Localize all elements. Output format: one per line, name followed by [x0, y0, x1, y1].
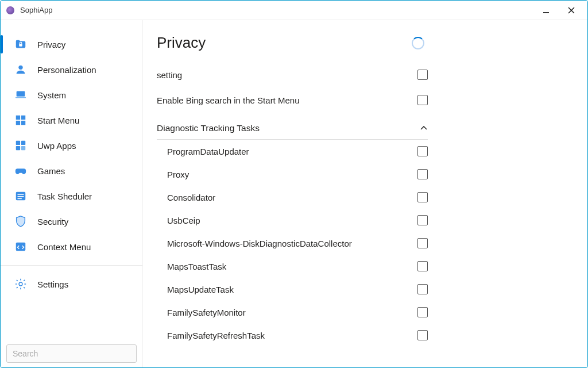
loading-spinner-icon [412, 37, 424, 49]
gamepad-icon [14, 164, 27, 177]
task-row: Proxy [157, 163, 428, 186]
sidebar-item-label: Task Sheduler [37, 191, 92, 201]
chevron-up-icon [420, 124, 428, 132]
sidebar-item-label: Settings [37, 279, 68, 289]
task-label: MapsToastTask [167, 262, 417, 271]
sidebar-item-label: Start Menu [37, 116, 79, 125]
task-label: ProgramDataUpdater [167, 147, 417, 156]
svg-point-2 [18, 66, 22, 70]
right-rail [442, 20, 587, 368]
nav-list: Privacy Personalization System Start Men… [1, 32, 142, 297]
svg-rect-16 [18, 198, 22, 199]
task-row: FamilySafetyRefreshTask [157, 324, 428, 347]
sidebar-item-context-menu[interactable]: Context Menu [1, 234, 142, 259]
svg-rect-6 [21, 116, 25, 120]
task-label: Proxy [167, 170, 417, 179]
task-label: FamilySafetyMonitor [167, 308, 417, 317]
nav-divider [1, 265, 142, 266]
app-icon [6, 6, 14, 14]
checkbox[interactable] [417, 169, 428, 179]
code-window-icon [14, 240, 27, 253]
sidebar-item-label: Games [37, 166, 65, 176]
setting-label: setting [157, 70, 417, 80]
sidebar-item-system[interactable]: System [1, 82, 142, 108]
section-header-diagnostic-tasks[interactable]: Diagnostic Tracking Tasks [157, 113, 428, 140]
svg-point-18 [19, 282, 22, 286]
svg-rect-8 [21, 121, 25, 125]
checkbox[interactable] [417, 95, 428, 105]
setting-label: Enable Bing search in the Start Menu [157, 95, 417, 105]
windows-icon [14, 114, 27, 126]
page-title: Privacy [157, 34, 412, 52]
task-label: Consolidator [167, 193, 417, 202]
checkbox[interactable] [417, 146, 428, 156]
task-row: Microsoft-Windows-DiskDiagnosticDataColl… [157, 232, 428, 255]
sidebar-item-games[interactable]: Games [1, 158, 142, 183]
checkbox[interactable] [417, 261, 428, 271]
sidebar-item-label: Context Menu [37, 242, 91, 252]
sidebar-item-personalization[interactable]: Personalization [1, 57, 142, 82]
task-row: UsbCeip [157, 209, 428, 232]
checkbox[interactable] [417, 307, 428, 317]
task-label: Microsoft-Windows-DiskDiagnosticDataColl… [167, 239, 417, 248]
sidebar-item-label: System [37, 90, 66, 100]
sidebar-item-label: Personalization [37, 65, 96, 75]
sidebar-item-uwp-apps[interactable]: Uwp Apps [1, 133, 142, 158]
close-button[interactable] [559, 2, 584, 19]
setting-row: setting [157, 62, 428, 87]
svg-rect-9 [16, 141, 20, 145]
sidebar-item-label: Uwp Apps [37, 141, 76, 151]
svg-rect-5 [16, 116, 20, 120]
sidebar-item-label: Security [37, 217, 68, 227]
svg-rect-12 [21, 146, 25, 150]
sidebar-item-start-menu[interactable]: Start Menu [1, 108, 142, 133]
svg-rect-15 [18, 196, 24, 197]
sidebar-item-settings[interactable]: Settings [1, 271, 142, 297]
section-title: Diagnostic Tracking Tasks [157, 123, 420, 133]
task-label: MapsUpdateTask [167, 285, 417, 294]
task-row: MapsToastTask [157, 255, 428, 278]
person-icon [14, 63, 27, 76]
svg-rect-14 [18, 194, 24, 194]
checkbox[interactable] [417, 215, 428, 225]
checkbox[interactable] [417, 70, 428, 80]
sidebar-item-security[interactable]: Security [1, 209, 142, 234]
sidebar: Privacy Personalization System Start Men… [1, 20, 143, 368]
titlebar: SophiApp [1, 1, 587, 20]
content-pane: Privacy setting Enable Bing search in th… [143, 20, 442, 368]
svg-rect-11 [16, 146, 20, 150]
svg-rect-3 [17, 91, 25, 97]
apps-icon [14, 139, 27, 152]
svg-rect-17 [16, 243, 26, 251]
svg-rect-7 [16, 121, 20, 125]
laptop-icon [14, 89, 27, 101]
task-row: Consolidator [157, 186, 428, 209]
task-row: MapsUpdateTask [157, 278, 428, 301]
svg-rect-1 [19, 44, 22, 47]
sidebar-item-task-scheduler[interactable]: Task Sheduler [1, 183, 142, 209]
task-list-icon [14, 190, 27, 202]
task-label: FamilySafetyRefreshTask [167, 331, 417, 340]
checkbox[interactable] [417, 192, 428, 202]
setting-row: Enable Bing search in the Start Menu [157, 87, 428, 113]
minimize-button[interactable] [533, 2, 559, 19]
search-input[interactable] [6, 344, 137, 363]
checkbox[interactable] [417, 330, 428, 340]
folder-lock-icon [14, 38, 27, 51]
gear-icon [14, 278, 27, 290]
svg-rect-4 [16, 97, 26, 98]
svg-rect-0 [543, 12, 549, 13]
sidebar-item-privacy[interactable]: Privacy [1, 32, 142, 57]
task-row: FamilySafetyMonitor [157, 301, 428, 324]
task-label: UsbCeip [167, 216, 417, 225]
app-title: SophiApp [20, 6, 52, 14]
sidebar-item-label: Privacy [37, 40, 65, 49]
window-controls [533, 2, 584, 19]
task-row: ProgramDataUpdater [157, 140, 428, 163]
task-list: ProgramDataUpdater Proxy Consolidator Us… [157, 140, 428, 347]
checkbox[interactable] [417, 284, 428, 294]
shield-icon [14, 215, 27, 228]
svg-rect-10 [21, 141, 25, 145]
checkbox[interactable] [417, 238, 428, 248]
